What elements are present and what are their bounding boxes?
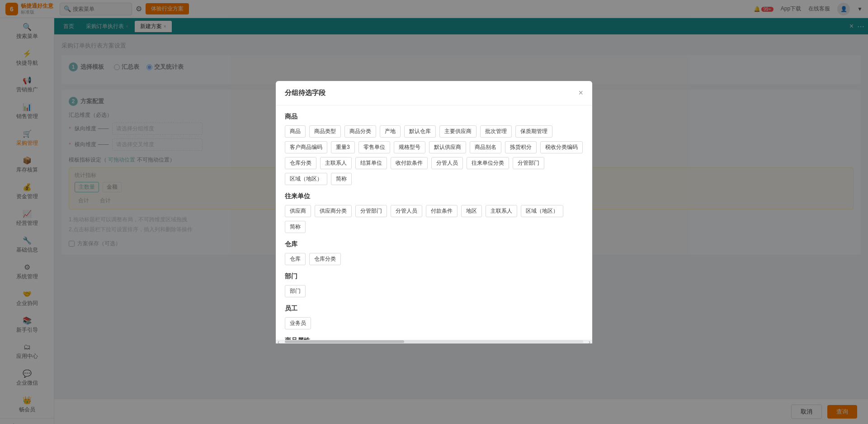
section-employee-title: 员工 (285, 305, 583, 313)
section-employee: 员工 业务员 (285, 305, 583, 329)
field-product-24[interactable]: 简称 (331, 173, 352, 185)
section-partner: 往来单位 供应商 供应商分类 分管部门 分管人员 付款条件 地区 主联系人 区域… (285, 192, 583, 233)
section-product-attr: 商品属性 属性 颜色 多规格 尺码 鞋码 1 (285, 337, 583, 340)
product-fields: 商品 商品类型 商品分类 产地 默认仓库 主要供应商 批次管理 保质期管理 客户… (285, 125, 583, 185)
hscroll-right-arrow[interactable]: › (587, 338, 592, 345)
field-partner-5[interactable]: 地区 (461, 205, 482, 217)
dept-fields: 部门 (285, 285, 583, 297)
field-warehouse-1[interactable]: 仓库分类 (309, 253, 341, 265)
field-product-0[interactable]: 商品 (285, 125, 306, 138)
field-product-22[interactable]: 分管部门 (513, 157, 544, 169)
field-partner-1[interactable]: 供应商分类 (315, 205, 352, 217)
field-product-21[interactable]: 往来单位分类 (467, 157, 509, 169)
field-product-13[interactable]: 商品别名 (470, 141, 501, 153)
field-warehouse-0[interactable]: 仓库 (285, 253, 306, 265)
partner-fields: 供应商 供应商分类 分管部门 分管人员 付款条件 地区 主联系人 区域（地区） … (285, 205, 583, 233)
field-product-3[interactable]: 产地 (380, 125, 401, 138)
modal-overlay: 分组待选字段 × 商品 商品 商品类型 商品分类 产地 默认仓库 主要供应商 批… (0, 0, 868, 424)
section-dept: 部门 部门 (285, 272, 583, 297)
field-product-19[interactable]: 收付款条件 (391, 157, 428, 169)
section-product-title: 商品 (285, 113, 583, 121)
field-product-20[interactable]: 分管人员 (431, 157, 463, 169)
field-product-17[interactable]: 主联系人 (320, 157, 352, 169)
section-warehouse-title: 仓库 (285, 240, 583, 248)
hscroll-thumb[interactable] (285, 340, 404, 343)
field-product-10[interactable]: 零售单位 (359, 141, 390, 153)
field-partner-4[interactable]: 付款条件 (426, 205, 458, 217)
hscroll-track (285, 340, 583, 343)
modal-horizontal-scrollbar[interactable]: ‹ › (276, 340, 592, 343)
field-product-8[interactable]: 客户商品编码 (285, 141, 327, 153)
warehouse-fields: 仓库 仓库分类 (285, 253, 583, 265)
field-partner-8[interactable]: 简称 (285, 221, 306, 233)
field-product-15[interactable]: 税收分类编码 (540, 141, 583, 153)
field-product-23[interactable]: 区域（地区） (285, 173, 327, 185)
modal-close-btn[interactable]: × (578, 88, 583, 98)
field-product-12[interactable]: 默认供应商 (429, 141, 466, 153)
modal-body[interactable]: 商品 商品 商品类型 商品分类 产地 默认仓库 主要供应商 批次管理 保质期管理… (276, 105, 592, 340)
field-partner-2[interactable]: 分管部门 (355, 205, 387, 217)
section-product: 商品 商品 商品类型 商品分类 产地 默认仓库 主要供应商 批次管理 保质期管理… (285, 113, 583, 185)
field-product-18[interactable]: 结算单位 (355, 157, 387, 169)
modal-title: 分组待选字段 (285, 89, 326, 97)
field-employee-0[interactable]: 业务员 (285, 317, 311, 329)
field-product-1[interactable]: 商品类型 (309, 125, 341, 138)
field-dept-0[interactable]: 部门 (285, 285, 306, 297)
section-dept-title: 部门 (285, 272, 583, 281)
field-product-14[interactable]: 拣货积分 (505, 141, 537, 153)
section-partner-title: 往来单位 (285, 192, 583, 200)
field-product-11[interactable]: 规格型号 (394, 141, 425, 153)
field-partner-6[interactable]: 主联系人 (486, 205, 517, 217)
field-partner-0[interactable]: 供应商 (285, 205, 311, 217)
modal: 分组待选字段 × 商品 商品 商品类型 商品分类 产地 默认仓库 主要供应商 批… (276, 81, 592, 343)
employee-fields: 业务员 (285, 317, 583, 329)
field-partner-3[interactable]: 分管人员 (391, 205, 422, 217)
field-product-9[interactable]: 重量3 (331, 141, 355, 153)
field-product-6[interactable]: 批次管理 (480, 125, 512, 138)
field-product-4[interactable]: 默认仓库 (404, 125, 436, 138)
hscroll-left-arrow[interactable]: ‹ (276, 338, 281, 345)
section-product-attr-title: 商品属性 (285, 337, 583, 340)
field-partner-7[interactable]: 区域（地区） (521, 205, 563, 217)
modal-header: 分组待选字段 × (276, 81, 592, 105)
field-product-7[interactable]: 保质期管理 (515, 125, 552, 138)
field-product-5[interactable]: 主要供应商 (439, 125, 476, 138)
field-product-16[interactable]: 仓库分类 (285, 157, 316, 169)
field-product-2[interactable]: 商品分类 (344, 125, 376, 138)
section-warehouse: 仓库 仓库 仓库分类 (285, 240, 583, 265)
